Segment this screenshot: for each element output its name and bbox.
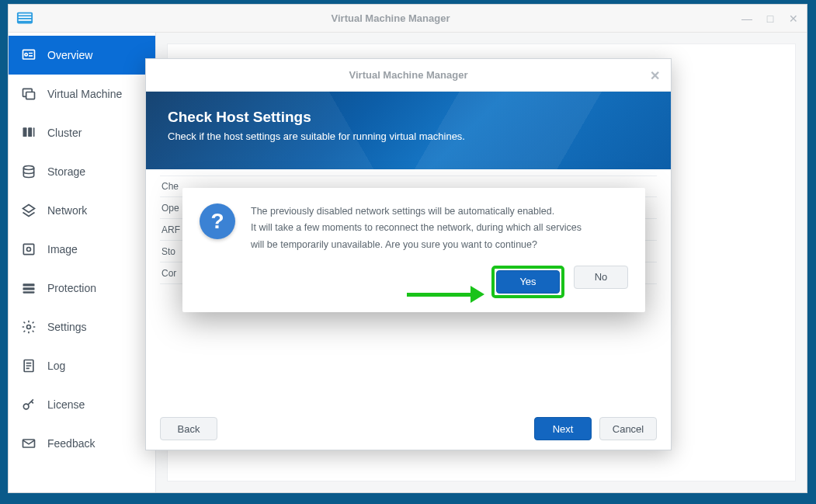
- wizard-titlebar: Virtual Machine Manager ✕: [146, 59, 671, 92]
- sidebar-item-storage[interactable]: Storage: [9, 152, 155, 191]
- annotation-highlight: Yes: [491, 266, 564, 298]
- sidebar-item-protection[interactable]: Protection: [9, 269, 155, 308]
- log-icon: [21, 358, 36, 374]
- svg-rect-1: [19, 13, 32, 15]
- app-icon: [16, 10, 33, 27]
- confirm-line: The previously disabled network settings…: [251, 203, 582, 220]
- network-icon: [21, 203, 36, 218]
- sidebar-item-label: License: [47, 398, 85, 411]
- image-icon: [21, 242, 36, 257]
- maximize-button[interactable]: □: [765, 12, 776, 25]
- svg-rect-7: [26, 92, 35, 99]
- sidebar-item-image[interactable]: Image: [9, 230, 155, 269]
- wizard-banner: Check Host Settings Check if the host se…: [146, 92, 671, 169]
- next-button[interactable]: Next: [534, 417, 592, 440]
- sidebar-item-cluster[interactable]: Cluster: [9, 113, 155, 152]
- vm-icon: [21, 86, 36, 102]
- sidebar-item-label: Virtual Machine: [47, 88, 122, 100]
- svg-rect-15: [23, 287, 35, 290]
- wizard-subheading: Check if the host settings are suitable …: [168, 130, 649, 142]
- sidebar-item-license[interactable]: License: [9, 385, 155, 424]
- storage-icon: [21, 164, 36, 179]
- sidebar-item-overview[interactable]: Overview: [9, 36, 155, 75]
- titlebar: Virtual Machine Manager — □ ✕: [9, 5, 807, 33]
- sidebar-item-settings[interactable]: Settings: [9, 308, 155, 346]
- confirm-line: It will take a few moments to reconnect …: [251, 220, 582, 236]
- sidebar-item-feedback[interactable]: Feedback: [9, 424, 155, 463]
- close-button[interactable]: ✕: [788, 12, 799, 25]
- svg-point-13: [27, 248, 31, 252]
- confirm-line: will be temporarily unavailable. Are you…: [251, 237, 582, 253]
- svg-rect-2: [19, 16, 32, 18]
- sidebar-item-label: Protection: [47, 282, 96, 294]
- wizard-title: Virtual Machine Manager: [349, 69, 468, 81]
- mail-icon: [21, 436, 36, 451]
- window-title: Virtual Machine Manager: [40, 12, 741, 24]
- no-button[interactable]: No: [574, 266, 628, 289]
- svg-rect-16: [23, 291, 35, 294]
- protection-icon: [21, 280, 36, 296]
- minimize-button[interactable]: —: [741, 12, 752, 25]
- overview-icon: [21, 47, 36, 63]
- sidebar-item-label: Settings: [47, 321, 87, 333]
- svg-point-17: [27, 325, 31, 329]
- annotation-arrow: [407, 287, 484, 301]
- sidebar-item-network[interactable]: Network: [9, 191, 155, 230]
- wizard-close-button[interactable]: ✕: [650, 68, 660, 83]
- gear-icon: [21, 319, 36, 335]
- sidebar-item-label: Cluster: [47, 127, 82, 139]
- svg-rect-10: [33, 127, 35, 137]
- wizard-heading: Check Host Settings: [168, 109, 649, 126]
- confirm-message: The previously disabled network settings…: [251, 203, 582, 253]
- svg-rect-3: [19, 19, 32, 20]
- back-button[interactable]: Back: [160, 417, 217, 440]
- cluster-icon: [21, 125, 36, 141]
- svg-rect-12: [23, 244, 33, 254]
- svg-rect-9: [28, 127, 32, 137]
- sidebar-item-label: Image: [47, 243, 78, 255]
- yes-button[interactable]: Yes: [496, 270, 560, 294]
- svg-point-19: [23, 404, 29, 409]
- sidebar: Overview Virtual Machine Cluster Storage…: [9, 33, 156, 492]
- svg-rect-14: [23, 283, 35, 286]
- sidebar-item-label: Feedback: [47, 437, 95, 450]
- cancel-button[interactable]: Cancel: [599, 417, 657, 440]
- sidebar-item-label: Log: [47, 360, 65, 372]
- sidebar-item-label: Network: [47, 204, 87, 217]
- key-icon: [21, 397, 36, 412]
- wizard-footer: Back Next Cancel: [146, 406, 671, 451]
- svg-point-5: [25, 54, 27, 56]
- sidebar-item-label: Overview: [47, 49, 92, 61]
- window-controls: — □ ✕: [741, 12, 799, 25]
- sidebar-item-label: Storage: [47, 165, 85, 178]
- svg-point-11: [23, 166, 33, 170]
- sidebar-item-log[interactable]: Log: [9, 346, 155, 385]
- svg-rect-8: [23, 127, 27, 137]
- sidebar-item-virtual-machine[interactable]: Virtual Machine: [9, 75, 155, 113]
- question-icon: ?: [200, 203, 235, 239]
